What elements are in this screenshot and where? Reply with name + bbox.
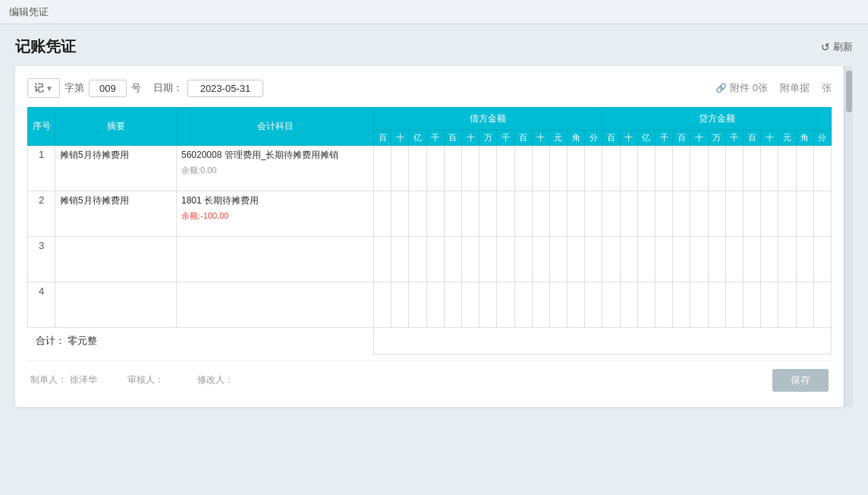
- digit-cell-1-6[interactable]: [480, 191, 497, 237]
- digit-cell-1-16[interactable]: [656, 191, 673, 237]
- digit-cell-3-12[interactable]: [585, 282, 602, 328]
- digit-cell-0-4[interactable]: [444, 146, 461, 191]
- digit-cell-0-8[interactable]: [514, 146, 532, 191]
- digit-cell-0-11[interactable]: [568, 146, 585, 191]
- voucher-type-button[interactable]: 记 ▼: [27, 78, 60, 98]
- digit-cell-3-0[interactable]: [374, 282, 392, 328]
- digit-cell-0-13[interactable]: [602, 146, 620, 191]
- cell-seq-1[interactable]: 2: [28, 191, 55, 237]
- digit-cell-1-24[interactable]: [796, 191, 813, 237]
- digit-cell-2-15[interactable]: [637, 237, 655, 282]
- digit-cell-3-11[interactable]: [568, 282, 585, 328]
- digit-cell-0-19[interactable]: [708, 146, 725, 191]
- digit-cell-3-19[interactable]: [708, 282, 725, 328]
- digit-cell-1-19[interactable]: [708, 191, 725, 237]
- digit-cell-1-20[interactable]: [725, 191, 743, 237]
- digit-cell-0-16[interactable]: [656, 146, 673, 191]
- digit-cell-2-24[interactable]: [796, 237, 813, 282]
- digit-cell-3-20[interactable]: [725, 282, 743, 328]
- cell-summary-2[interactable]: [55, 237, 177, 282]
- cell-seq-0[interactable]: 1: [28, 146, 55, 191]
- digit-cell-1-17[interactable]: [673, 191, 690, 237]
- cell-summary-1[interactable]: 摊销5月待摊费用: [55, 191, 177, 237]
- digit-cell-3-7[interactable]: [497, 282, 514, 328]
- digit-cell-0-1[interactable]: [392, 146, 409, 191]
- digit-cell-0-5[interactable]: [461, 146, 479, 191]
- side-scrollbar[interactable]: [844, 66, 853, 407]
- digit-cell-2-6[interactable]: [480, 237, 497, 282]
- digit-cell-2-22[interactable]: [761, 237, 778, 282]
- digit-cell-1-2[interactable]: [409, 191, 426, 237]
- digit-cell-2-3[interactable]: [426, 237, 444, 282]
- digit-cell-2-13[interactable]: [602, 237, 620, 282]
- digit-cell-2-4[interactable]: [444, 237, 461, 282]
- digit-cell-2-21[interactable]: [743, 237, 760, 282]
- cell-account-2[interactable]: [177, 237, 374, 282]
- refresh-button[interactable]: ↺ 刷新: [821, 40, 853, 54]
- digit-cell-3-10[interactable]: [549, 282, 567, 328]
- date-value-box[interactable]: 2023-05-31: [187, 80, 263, 97]
- digit-cell-3-13[interactable]: [602, 282, 620, 328]
- cell-seq-2[interactable]: 3: [28, 237, 55, 282]
- digit-cell-1-13[interactable]: [602, 191, 620, 237]
- digit-cell-1-9[interactable]: [532, 191, 549, 237]
- digit-cell-2-7[interactable]: [497, 237, 514, 282]
- digit-cell-3-3[interactable]: [426, 282, 444, 328]
- digit-cell-3-9[interactable]: [532, 282, 549, 328]
- digit-cell-3-4[interactable]: [444, 282, 461, 328]
- digit-cell-2-12[interactable]: [585, 237, 602, 282]
- digit-cell-2-1[interactable]: [392, 237, 409, 282]
- digit-cell-1-8[interactable]: [514, 191, 532, 237]
- digit-cell-0-7[interactable]: [497, 146, 514, 191]
- digit-cell-1-5[interactable]: [461, 191, 479, 237]
- digit-cell-1-21[interactable]: [743, 191, 760, 237]
- digit-cell-2-17[interactable]: [673, 237, 690, 282]
- digit-cell-1-25[interactable]: [813, 191, 831, 237]
- digit-cell-1-12[interactable]: [585, 191, 602, 237]
- digit-cell-2-16[interactable]: [656, 237, 673, 282]
- cell-account-0[interactable]: 56020008 管理费用_长期待摊费用摊销余额:0.00: [177, 146, 374, 191]
- digit-cell-0-24[interactable]: [796, 146, 813, 191]
- digit-cell-0-10[interactable]: [549, 146, 567, 191]
- digit-cell-1-11[interactable]: [568, 191, 585, 237]
- digit-cell-0-20[interactable]: [725, 146, 743, 191]
- digit-cell-0-23[interactable]: [778, 146, 796, 191]
- digit-cell-2-18[interactable]: [690, 237, 708, 282]
- digit-cell-0-6[interactable]: [480, 146, 497, 191]
- digit-cell-3-24[interactable]: [796, 282, 813, 328]
- digit-cell-0-18[interactable]: [690, 146, 708, 191]
- digit-cell-0-17[interactable]: [673, 146, 690, 191]
- digit-cell-2-14[interactable]: [620, 237, 637, 282]
- digit-cell-3-22[interactable]: [761, 282, 778, 328]
- digit-cell-1-18[interactable]: [690, 191, 708, 237]
- digit-cell-1-22[interactable]: [761, 191, 778, 237]
- digit-cell-3-2[interactable]: [409, 282, 426, 328]
- digit-cell-0-3[interactable]: [426, 146, 444, 191]
- digit-cell-3-25[interactable]: [813, 282, 831, 328]
- digit-cell-1-3[interactable]: [426, 191, 444, 237]
- cell-summary-0[interactable]: 摊销5月待摊费用: [55, 146, 177, 191]
- digit-cell-3-23[interactable]: [778, 282, 796, 328]
- digit-cell-2-10[interactable]: [549, 237, 567, 282]
- digit-cell-0-14[interactable]: [620, 146, 637, 191]
- digit-cell-2-25[interactable]: [813, 237, 831, 282]
- digit-cell-3-1[interactable]: [392, 282, 409, 328]
- save-button[interactable]: 保存: [772, 369, 829, 392]
- digit-cell-3-18[interactable]: [690, 282, 708, 328]
- digit-cell-1-4[interactable]: [444, 191, 461, 237]
- digit-cell-2-20[interactable]: [725, 237, 743, 282]
- digit-cell-0-21[interactable]: [743, 146, 760, 191]
- digit-cell-0-0[interactable]: [374, 146, 392, 191]
- digit-cell-2-9[interactable]: [532, 237, 549, 282]
- digit-cell-3-21[interactable]: [743, 282, 760, 328]
- digit-cell-3-15[interactable]: [637, 282, 655, 328]
- digit-cell-1-10[interactable]: [549, 191, 567, 237]
- digit-cell-1-1[interactable]: [392, 191, 409, 237]
- digit-cell-3-6[interactable]: [480, 282, 497, 328]
- cell-summary-3[interactable]: [55, 282, 177, 328]
- digit-cell-0-9[interactable]: [532, 146, 549, 191]
- attachment-link[interactable]: 🔗 附件 0张: [715, 81, 768, 95]
- digit-cell-3-5[interactable]: [461, 282, 479, 328]
- cell-seq-3[interactable]: 4: [28, 282, 55, 328]
- digit-cell-3-14[interactable]: [620, 282, 637, 328]
